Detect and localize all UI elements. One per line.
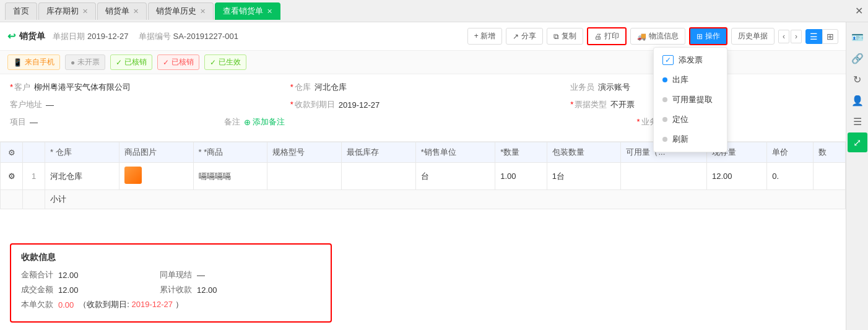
payment-info-title: 收款信息 — [21, 252, 321, 263]
subtotal-num — [23, 190, 45, 209]
cumulative-label: 累计收款 — [160, 284, 192, 295]
tab-sales-order[interactable]: 销货单 ✕ — [97, 2, 147, 20]
grid-icon: ⊞ — [697, 32, 703, 41]
tab-sales-history[interactable]: 销货单历史 ✕ — [148, 2, 214, 20]
copy-button[interactable]: ⧉ 复制 — [547, 28, 583, 45]
next-button[interactable]: › — [791, 30, 802, 43]
same-order-col: 同单现结 — — [160, 269, 284, 280]
row-price: 0. — [767, 163, 814, 190]
employee-value: 演示账号 — [598, 82, 630, 93]
print-icon: 🖨 — [594, 32, 602, 41]
close-all-tabs[interactable]: ✕ — [855, 5, 863, 17]
checkbox-icon: ✓ — [662, 55, 674, 65]
expand-icon[interactable]: ⤢ — [848, 132, 867, 152]
date-value: 2019-12-27 — [87, 32, 129, 41]
tab-home[interactable]: 首页 — [5, 2, 37, 20]
payment-date-label: 收款到期日 — [290, 99, 335, 110]
close-sales-history[interactable]: ✕ — [200, 7, 206, 15]
effect-button[interactable]: ✓ 已生效 — [204, 54, 246, 70]
col-sales-unit: *销售单位 — [415, 142, 495, 163]
current-debt-value: 0.00 — [58, 300, 74, 310]
list-icon[interactable]: ☰ — [848, 111, 867, 131]
row-amount — [813, 163, 845, 190]
share-button[interactable]: ↗ 分享 — [506, 28, 543, 45]
from-phone-button[interactable]: 📱 来自手机 — [7, 54, 60, 70]
payment-row-3: 本单欠款 0.00 （收款到期日: 2019-12-27 ） — [21, 299, 321, 310]
logistics-button[interactable]: 🚚 物流信息 — [630, 28, 685, 45]
locate-item[interactable]: 定位 — [654, 110, 727, 129]
row-sales-unit: 台 — [415, 163, 495, 190]
transaction-label: 成交金额 — [21, 284, 53, 295]
refresh-item[interactable]: 刷新 — [654, 129, 727, 149]
transaction-col: 成交金额 12.00 — [21, 284, 145, 295]
right-sidebar: 🪪 🔗 ↻ 👤 ☰ ⤢ — [846, 22, 868, 330]
nav-arrows: ‹ › — [778, 30, 802, 43]
ticket-icon: ● — [71, 58, 75, 67]
print-button[interactable]: 🖨 打印 — [587, 27, 627, 45]
current-debt-label: 本单欠款 — [21, 299, 53, 310]
bottom-section: 收款信息 金额合计 12.00 同单现结 — 成交金额 12.00 — [0, 236, 846, 330]
customer-value: 柳州粤港平安气体有限公司 — [34, 82, 131, 93]
not-open-ticket-button[interactable]: ● 未开票 — [65, 54, 105, 70]
available-qty-item[interactable]: 可用量提取 — [654, 90, 727, 110]
col-spec: 规格型号 — [267, 142, 342, 163]
address-value: — — [46, 100, 54, 110]
doc-type: 销货单 — [19, 31, 45, 42]
employee-label: 业务员 — [570, 82, 594, 93]
tab-inventory-init[interactable]: 库存期初 ✕ — [38, 2, 96, 20]
new-button[interactable]: + 新增 — [467, 28, 502, 45]
tab-view-sales[interactable]: 查看销货单 ✕ — [215, 2, 280, 20]
col-product: * *商品 — [193, 142, 267, 163]
grid-view-button[interactable]: ⊞ — [822, 29, 838, 44]
list-view-button[interactable]: ☰ — [805, 29, 822, 44]
card-icon[interactable]: 🪪 — [848, 27, 867, 47]
table-row: ⚙ 1 河北仓库 嗝嗝嗝嗝 台 1.00 1台 12.00 — [1, 163, 846, 190]
payment-row-2: 成交金额 12.00 累计收款 12.00 — [21, 284, 321, 295]
table-area: ⚙ * 仓库 商品图片 * *商品 规格型号 最低库存 *销售单位 *数量 包装… — [0, 142, 846, 236]
effect-icon: ✓ — [210, 58, 216, 67]
row-gear[interactable]: ⚙ — [1, 163, 23, 190]
outbound-item[interactable]: 出库 — [654, 70, 727, 90]
no-label: 单据编号 — [139, 31, 171, 42]
radio-unchecked-icon2 — [662, 117, 667, 122]
close-inventory-init[interactable]: ✕ — [82, 7, 88, 15]
share-icon: ↗ — [513, 32, 519, 41]
close-view-sales[interactable]: ✕ — [267, 7, 272, 15]
cumulative-col: 累计收款 12.00 — [160, 284, 284, 295]
same-order-label: 同单现结 — [160, 269, 192, 280]
logistics-icon: 🚚 — [637, 32, 646, 41]
row-warehouse: 河北仓库 — [45, 163, 119, 190]
user-icon[interactable]: 👤 — [848, 90, 867, 110]
prev-button[interactable]: ‹ — [778, 30, 789, 43]
radio-unchecked-icon3 — [662, 137, 667, 142]
add-invoice-item[interactable]: ✓ 添发票 — [654, 50, 727, 70]
confirm-icon: ✓ — [116, 58, 122, 67]
add-note-button[interactable]: ⊕ 添加备注 — [244, 116, 285, 128]
link-icon[interactable]: 🔗 — [848, 48, 867, 68]
doc-date-field: 单据日期 2019-12-27 — [53, 31, 129, 42]
rotate-icon[interactable]: ↻ — [848, 69, 867, 89]
note-field: 备注 ⊕ 添加备注 — [224, 116, 622, 128]
product-image — [124, 167, 142, 184]
col-num — [23, 142, 45, 163]
radio-unchecked-icon — [662, 97, 667, 102]
confirm-button[interactable]: ✓ 已核销 — [110, 54, 152, 70]
note-label: 备注 — [224, 116, 240, 128]
total-amount-label: 金额合计 — [21, 269, 53, 280]
invalid-button[interactable]: ✓ 已核销 — [157, 54, 199, 70]
history-button[interactable]: 历史单据 — [731, 28, 775, 45]
copy-icon: ⧉ — [553, 32, 559, 41]
doc-header: ↩ 销货单 单据日期 2019-12-27 单据编号 SA-20191227-0… — [0, 22, 846, 51]
col-qty: *数量 — [495, 142, 547, 163]
col-product-img: 商品图片 — [119, 142, 193, 163]
operation-dropdown: ✓ 添发票 出库 可用量提取 定位 — [653, 47, 727, 152]
subtotal-gear — [1, 190, 23, 209]
customer-field: 客户 柳州粤港平安气体有限公司 — [10, 82, 276, 93]
view-toggle: ☰ ⊞ — [805, 29, 838, 44]
operation-button[interactable]: ⊞ 操作 — [689, 27, 727, 45]
close-sales-order[interactable]: ✕ — [133, 7, 139, 15]
tab-bar: 首页 库存期初 ✕ 销货单 ✕ 销货单历史 ✕ 查看销货单 ✕ ✕ — [0, 0, 868, 22]
col-settings[interactable]: ⚙ — [1, 142, 23, 163]
warehouse-label: 仓库 — [290, 82, 311, 93]
cumulative-value: 12.00 — [197, 285, 217, 295]
